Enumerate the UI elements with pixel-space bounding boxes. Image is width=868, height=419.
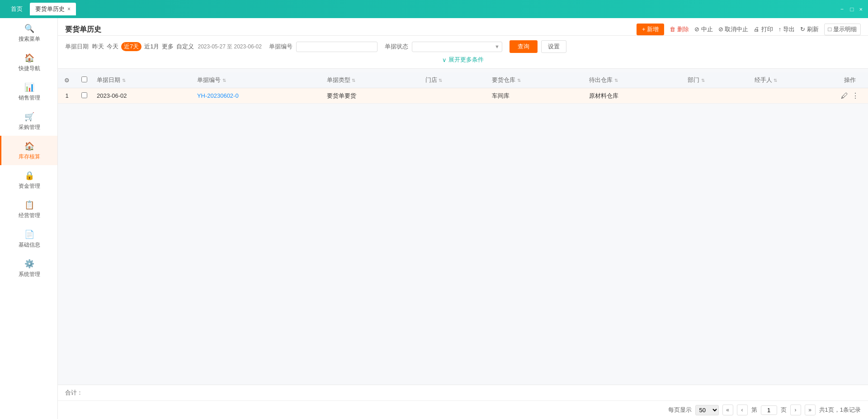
print-button[interactable]: 🖨 打印 bbox=[754, 25, 773, 33]
row-doc-no: YH-20230602-0 bbox=[193, 88, 322, 104]
stop-button[interactable]: ⊘ 中止 bbox=[694, 25, 713, 33]
table-area: ⚙ 单据日期 ⇅ 单据编号 ⇅ 单据类型 bbox=[58, 69, 868, 385]
col-req-warehouse-header: 要货仓库 ⇅ bbox=[487, 72, 585, 88]
tab-close-icon[interactable]: × bbox=[67, 6, 71, 12]
col-handler-header: 经手人 ⇅ bbox=[750, 72, 832, 88]
sidebar-item-system[interactable]: ⚙️ 系统管理 bbox=[0, 253, 57, 283]
col-docno-header: 单据编号 ⇅ bbox=[193, 72, 322, 88]
cancel-stop-button[interactable]: ⊘ 取消中止 bbox=[718, 25, 749, 33]
row-checkbox[interactable] bbox=[81, 92, 87, 98]
col-checkbox-header bbox=[76, 72, 92, 88]
docno-filter-label: 单据编号 bbox=[269, 43, 292, 51]
table-row: 1 2023-06-02 YH-20230602-0 要货单要货 车间库 原材料… bbox=[58, 88, 868, 104]
sidebar-item-sales[interactable]: 📊 销售管理 bbox=[0, 77, 57, 106]
row-more-icon[interactable]: ⋮ bbox=[852, 92, 859, 100]
row-doc-type: 要货单要货 bbox=[322, 88, 421, 104]
sidebar-item-operations[interactable]: 📋 经营管理 bbox=[0, 195, 57, 224]
sidebar-item-quick-nav[interactable]: 🏠 快捷导航 bbox=[0, 48, 57, 77]
shortcut-1month[interactable]: 近1月 bbox=[144, 43, 159, 51]
date-filter-label: 单据日期 bbox=[65, 43, 89, 51]
row-store bbox=[421, 88, 488, 104]
delete-button[interactable]: 🗑 删除 bbox=[670, 25, 689, 33]
row-actions: 🖊 ⋮ bbox=[832, 88, 868, 104]
col-dept-header: 部门 ⇅ bbox=[683, 72, 750, 88]
export-button[interactable]: ↑ 导出 bbox=[778, 25, 795, 33]
sort-date-icon[interactable]: ⇅ bbox=[122, 78, 126, 83]
filter-row: 单据日期 昨天 今天 近7天 近1月 更多 自定义 2023-05-27 至 2… bbox=[65, 40, 861, 53]
settings-button[interactable]: 设置 bbox=[541, 40, 566, 53]
sidebar: 🔍 搜索菜单 🏠 快捷导航 📊 销售管理 🛒 采购管理 🏠 库存核算 🔒 资金管… bbox=[0, 18, 58, 419]
docno-filter-input[interactable] bbox=[296, 42, 377, 52]
sort-handler-icon[interactable]: ⇅ bbox=[774, 78, 777, 83]
per-page-select[interactable]: 50 10 20 100 bbox=[695, 405, 719, 415]
minimize-btn[interactable]: － bbox=[839, 5, 845, 13]
new-button[interactable]: + 新增 bbox=[637, 24, 664, 35]
query-button[interactable]: 查询 bbox=[509, 40, 538, 53]
filter-actions: 查询 设置 bbox=[509, 40, 566, 53]
table-header-row: ⚙ 单据日期 ⇅ 单据编号 ⇅ 单据类型 bbox=[58, 72, 868, 88]
date-range-display: 2023-05-27 至 2023-06-02 bbox=[198, 43, 261, 51]
sidebar-item-purchase[interactable]: 🛒 采购管理 bbox=[0, 106, 57, 136]
tab-requisition-history[interactable]: 要货单历史 × bbox=[30, 3, 76, 15]
expand-more-btn[interactable]: ∨ 展开更多条件 bbox=[65, 56, 861, 64]
next-page-btn[interactable]: › bbox=[790, 405, 801, 415]
row-checkbox-cell bbox=[76, 88, 92, 104]
shortcut-custom[interactable]: 自定义 bbox=[176, 43, 194, 51]
sort-pending-warehouse-icon[interactable]: ⇅ bbox=[614, 78, 618, 83]
page-title-row: 要货单历史 + 新增 🗑 删除 ⊘ 中止 ⊘ 取消中止 🖨 打印 ↑ 导出 ↻ … bbox=[65, 24, 861, 35]
row-no: 1 bbox=[58, 88, 76, 104]
sort-req-warehouse-icon[interactable]: ⇅ bbox=[517, 78, 521, 83]
col-store-header: 门店 ⇅ bbox=[421, 72, 488, 88]
refresh-button[interactable]: ↻ 刷新 bbox=[800, 25, 819, 33]
sidebar-item-search-menu[interactable]: 🔍 搜索菜单 bbox=[0, 18, 57, 48]
col-settings: ⚙ bbox=[58, 72, 76, 88]
select-all-checkbox[interactable] bbox=[81, 76, 87, 82]
status-filter-group: 单据状态 ▼ bbox=[385, 42, 502, 52]
page-input[interactable] bbox=[761, 405, 777, 415]
display-detail-button[interactable]: □ 显示明细 bbox=[824, 24, 861, 35]
shortcut-more[interactable]: 更多 bbox=[162, 43, 174, 51]
close-btn[interactable]: × bbox=[859, 6, 863, 13]
sort-docno-icon[interactable]: ⇅ bbox=[222, 78, 226, 83]
inventory-icon: 🏠 bbox=[24, 141, 34, 151]
top-bar: 首页 要货单历史 × － □ × bbox=[0, 0, 868, 18]
page-label: 第 bbox=[751, 406, 757, 414]
last-page-btn[interactable]: » bbox=[805, 405, 816, 415]
purchase-icon: 🛒 bbox=[24, 112, 34, 122]
per-page-label: 每页显示 bbox=[668, 406, 692, 414]
sidebar-item-inventory[interactable]: 🏠 库存核算 bbox=[0, 136, 57, 165]
col-doctype-header: 单据类型 ⇅ bbox=[322, 72, 421, 88]
shortcut-today[interactable]: 今天 bbox=[107, 43, 118, 51]
page-suffix: 页 bbox=[781, 406, 787, 414]
sort-store-icon[interactable]: ⇅ bbox=[439, 78, 442, 83]
main-layout: 🔍 搜索菜单 🏠 快捷导航 📊 销售管理 🛒 采购管理 🏠 库存核算 🔒 资金管… bbox=[0, 18, 868, 419]
date-shortcuts: 昨天 今天 近7天 近1月 更多 自定义 bbox=[92, 42, 194, 51]
shortcut-yesterday[interactable]: 昨天 bbox=[92, 43, 104, 51]
filter-area: 单据日期 昨天 今天 近7天 近1月 更多 自定义 2023-05-27 至 2… bbox=[58, 36, 868, 69]
sidebar-item-finance[interactable]: 🔒 资金管理 bbox=[0, 165, 57, 195]
sort-doctype-icon[interactable]: ⇅ bbox=[352, 78, 355, 83]
table-footer: 合计： bbox=[58, 385, 868, 400]
sort-dept-icon[interactable]: ⇅ bbox=[701, 78, 705, 83]
status-select-wrapper: ▼ bbox=[412, 42, 502, 52]
doc-no-link[interactable]: YH-20230602-0 bbox=[197, 92, 239, 99]
status-filter-select[interactable] bbox=[412, 42, 502, 52]
col-date-header: 单据日期 ⇅ bbox=[92, 72, 193, 88]
tab-home[interactable]: 首页 bbox=[5, 3, 28, 15]
shortcut-7days[interactable]: 近7天 bbox=[121, 42, 142, 51]
total-info: 共1页，1条记录 bbox=[819, 406, 861, 414]
col-actions-header: 操作 bbox=[832, 72, 868, 88]
pagination: 每页显示 50 10 20 100 « ‹ 第 页 › » 共1页，1条记录 bbox=[58, 400, 868, 419]
finance-icon: 🔒 bbox=[24, 171, 34, 181]
maximize-btn[interactable]: □ bbox=[850, 6, 854, 13]
date-filter-group: 单据日期 昨天 今天 近7天 近1月 更多 自定义 2023-05-27 至 2… bbox=[65, 42, 262, 51]
sales-icon: 📊 bbox=[24, 82, 34, 92]
prev-page-btn[interactable]: ‹ bbox=[737, 405, 748, 415]
summary-label: 合计： bbox=[65, 389, 83, 396]
row-req-warehouse: 车间库 bbox=[487, 88, 585, 104]
row-pending-warehouse: 原材料仓库 bbox=[585, 88, 683, 104]
docno-filter-group: 单据编号 bbox=[269, 42, 377, 52]
first-page-btn[interactable]: « bbox=[722, 405, 733, 415]
sidebar-item-basic-info[interactable]: 📄 基础信息 bbox=[0, 224, 57, 253]
row-edit-icon[interactable]: 🖊 bbox=[841, 92, 848, 100]
